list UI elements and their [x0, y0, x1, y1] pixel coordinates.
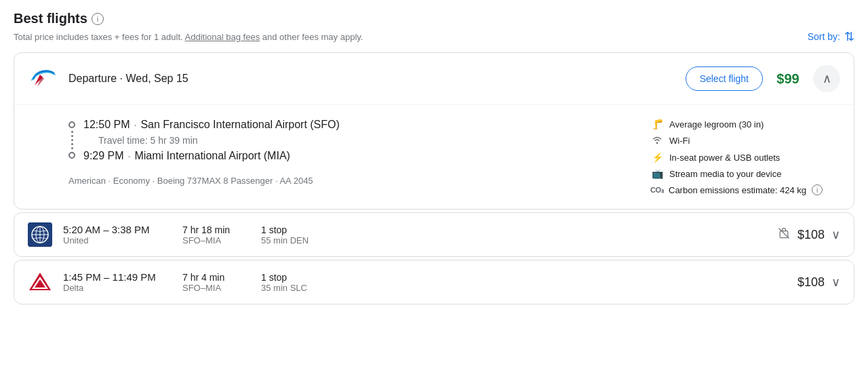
carbon-info-icon[interactable]: i — [812, 184, 823, 195]
card-body: 12:50 PM · San Francisco International A… — [14, 105, 854, 209]
route-dots — [68, 119, 75, 159]
delta-logo — [28, 270, 52, 294]
delta-times: 1:45 PM – 11:49 PM Delta — [63, 271, 172, 293]
united-stops-value: 1 stop — [261, 224, 342, 235]
united-chevron-icon: ∨ — [831, 227, 840, 242]
united-flight-row: 5:20 AM – 3:38 PM United 7 hr 18 min SFO… — [14, 213, 854, 256]
united-stops: 1 stop 55 min DEN — [261, 224, 342, 245]
united-duration: 7 hr 18 min SFO–MIA — [182, 224, 250, 245]
collapse-button[interactable]: ∧ — [813, 65, 840, 92]
travel-time: Travel time: 5 hr 39 min — [83, 135, 637, 146]
route-times: 12:50 PM · San Francisco International A… — [83, 119, 637, 165]
power-icon: ⚡ — [650, 152, 664, 163]
delta-route: SFO–MIA — [182, 283, 250, 293]
destination-dot — [68, 152, 75, 159]
united-route: SFO–MIA — [182, 235, 250, 245]
page-header: Best flights i Total price includes taxe… — [14, 11, 854, 44]
carbon-amenity: CO₂ Carbon emissions estimate: 424 kg i — [650, 184, 840, 195]
united-logo — [28, 222, 52, 247]
delta-price: $108 — [797, 275, 825, 290]
select-flight-button[interactable]: Select flight — [686, 66, 763, 91]
power-amenity: ⚡ In-seat power & USB outlets — [650, 152, 840, 163]
wifi-icon — [650, 135, 664, 146]
page-title: Best flights — [14, 11, 87, 26]
stream-icon: 📺 — [650, 168, 664, 179]
amenities-list: 🦵 Average legroom (30 in) Wi-Fi ⚡ In-sea… — [650, 119, 840, 195]
no-bag-icon — [777, 226, 791, 243]
united-duration-value: 7 hr 18 min — [182, 224, 250, 235]
delta-price-area: $108 ∨ — [797, 275, 840, 290]
connecting-dots — [71, 131, 73, 149]
legroom-icon: 🦵 — [650, 119, 664, 130]
svg-rect-5 — [780, 231, 788, 237]
united-price-area: $108 ∨ — [777, 226, 840, 243]
expanded-price: $99 — [771, 71, 805, 87]
delta-time-range: 1:45 PM – 11:49 PM — [63, 271, 172, 283]
origin-dot — [68, 121, 75, 128]
flight-meta: American · Economy · Boeing 737MAX 8 Pas… — [68, 176, 637, 186]
info-icon[interactable]: i — [92, 13, 104, 25]
united-time-range: 5:20 AM – 3:38 PM — [63, 224, 172, 235]
card-header: Departure · Wed, Sep 15 Select flight $9… — [14, 53, 854, 105]
sort-by[interactable]: Sort by: ⇅ — [808, 29, 854, 44]
sort-arrows-icon: ⇅ — [844, 29, 854, 44]
delta-flight-card[interactable]: 1:45 PM – 11:49 PM Delta 7 hr 4 min SFO–… — [14, 260, 854, 304]
delta-duration-value: 7 hr 4 min — [182, 272, 250, 283]
delta-duration: 7 hr 4 min SFO–MIA — [182, 272, 250, 293]
delta-chevron-icon: ∨ — [831, 275, 840, 290]
bag-fees-link[interactable]: Additional bag fees — [185, 32, 260, 42]
united-times: 5:20 AM – 3:38 PM United — [63, 224, 172, 245]
united-flight-card[interactable]: 5:20 AM – 3:38 PM United 7 hr 18 min SFO… — [14, 212, 854, 257]
flight-route: 12:50 PM · San Francisco International A… — [68, 119, 637, 195]
delta-stop-detail: 35 min SLC — [261, 283, 342, 293]
departure-info: Departure · Wed, Sep 15 — [68, 73, 686, 85]
legroom-amenity: 🦵 Average legroom (30 in) — [650, 119, 840, 130]
subtitle: Total price includes taxes + fees for 1 … — [14, 32, 363, 42]
american-airlines-logo — [28, 64, 58, 94]
united-stop-detail: 55 min DEN — [261, 235, 342, 245]
card-actions: Select flight $99 ∧ — [686, 65, 840, 92]
arrival-row: 9:29 PM · Miami International Airport (M… — [83, 150, 637, 162]
delta-stops: 1 stop 35 min SLC — [261, 272, 342, 293]
wifi-amenity: Wi-Fi — [650, 135, 840, 146]
united-price: $108 — [797, 228, 825, 242]
expanded-flight-card: Departure · Wed, Sep 15 Select flight $9… — [14, 52, 854, 210]
delta-flight-row: 1:45 PM – 11:49 PM Delta 7 hr 4 min SFO–… — [14, 260, 854, 304]
departure-row: 12:50 PM · San Francisco International A… — [83, 119, 637, 131]
stream-amenity: 📺 Stream media to your device — [650, 168, 840, 179]
delta-airline-label: Delta — [63, 283, 172, 293]
united-airline-label: United — [63, 235, 172, 245]
chevron-up-icon: ∧ — [823, 71, 831, 86]
co2-icon: CO₂ — [650, 186, 663, 195]
delta-stops-value: 1 stop — [261, 272, 342, 283]
